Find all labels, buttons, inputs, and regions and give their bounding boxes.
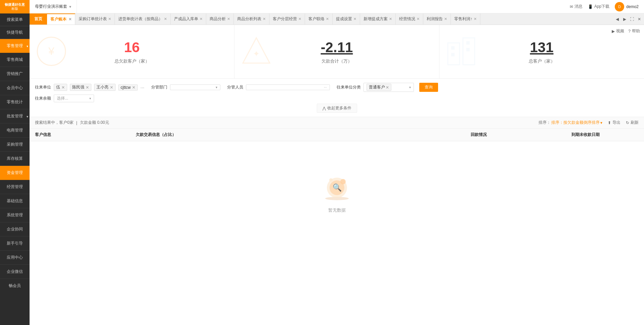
dept-select[interactable]: ▾ bbox=[170, 84, 220, 90]
sidebar-item-newbie[interactable]: 新手引导 bbox=[0, 237, 30, 251]
stat-label-overdue-amount: 欠款合计（万） bbox=[321, 58, 352, 64]
sidebar-item-ecommerce[interactable]: 电商管理 bbox=[0, 123, 30, 138]
sidebar-item-basic-info[interactable]: 基础信息 bbox=[0, 194, 30, 208]
sidebar-item-retail-mgmt[interactable]: 零售管理 ▾ bbox=[0, 39, 30, 53]
tab-commission-settings[interactable]: 提成设置 ✕ bbox=[333, 13, 360, 25]
tab-product-inbound[interactable]: 产成品入库单 ✕ bbox=[171, 13, 206, 25]
sidebar: 搜索菜单 快捷导航 零售管理 ▾ 零售商城 营销推广 会员中心 零售统计 批发管… bbox=[0, 13, 30, 325]
person-filter-label: 分管人员 bbox=[227, 84, 243, 90]
result-text: 搜索结果中，客户0家 bbox=[35, 120, 74, 125]
tab-customer-ledger[interactable]: 客户账本 ✕ bbox=[47, 13, 75, 25]
filter-section: 往来单位 伍 ✕ 陈民强 ✕ 王小亮 ✕ cjttcw bbox=[30, 79, 644, 117]
col-header-repayment: 回款情况 bbox=[471, 132, 571, 138]
sidebar-item-system[interactable]: 系统管理 bbox=[0, 208, 30, 222]
balance-select[interactable]: 选择... ▾ bbox=[54, 95, 94, 102]
tab-home[interactable]: 首页 bbox=[30, 13, 47, 25]
sidebar-item-inventory[interactable]: 库存核算 bbox=[0, 152, 30, 166]
page-content: ▶ 视频 ? 帮助 ¥ 16 bbox=[30, 25, 644, 325]
sidebar-quick-nav[interactable]: 快捷导航 bbox=[0, 26, 30, 39]
video-help-btn[interactable]: ▶ 视频 bbox=[612, 28, 624, 34]
result-bar: 搜索结果中，客户0家 | 欠款金额 0.00元 排序： 排序：按欠款金额倒序排序… bbox=[30, 117, 644, 129]
col-header-overdue-info: 欠款交易信息（占比） bbox=[136, 132, 471, 138]
user-avatar[interactable]: D demo2 bbox=[615, 2, 639, 11]
table-header: 客户信息 欠款交易信息（占比） 回款情况 到期未收款日期 bbox=[30, 129, 644, 141]
sidebar-item-enterprise[interactable]: 企业协同 bbox=[0, 222, 30, 237]
svg-text:🔍: 🔍 bbox=[332, 183, 342, 192]
empty-state: 🔍 暂无数据 bbox=[30, 141, 644, 247]
sidebar-item-membership[interactable]: 会员中心 bbox=[0, 81, 30, 95]
tab-product-analysis[interactable]: 商品分析 ✕ bbox=[206, 13, 234, 25]
svg-point-15 bbox=[329, 178, 333, 182]
dept-filter-label: 分管部门 bbox=[151, 84, 167, 90]
sidebar-item-finance[interactable]: 资金管理 bbox=[0, 166, 30, 180]
tab-close-all-btn[interactable]: ✕ bbox=[636, 16, 643, 23]
messages-btn[interactable]: ✉ 消息 bbox=[570, 4, 583, 9]
tab-retail-profit[interactable]: 零售利润↑ ✕ bbox=[451, 13, 480, 25]
tab-purchase-order[interactable]: 采购订单统计表 ✕ bbox=[75, 13, 115, 25]
stat-label-total-customers: 总客户（家） bbox=[529, 58, 555, 64]
tab-operations[interactable]: 经营情况 ✕ bbox=[396, 13, 423, 25]
logo: 畅捷通好生意 标版 bbox=[0, 0, 30, 13]
help-btn[interactable]: ? 帮助 bbox=[628, 28, 640, 34]
col-header-due-date: 到期未收款日期 bbox=[571, 132, 639, 138]
col-header-customer: 客户信息 bbox=[35, 132, 136, 138]
tab-maximize-btn[interactable]: ⛶ bbox=[629, 16, 635, 23]
category-filter-label: 往来单位分类 bbox=[337, 84, 361, 90]
org-selector[interactable]: 母婴行业演示账套 ▾ bbox=[30, 0, 77, 13]
app-download-btn[interactable]: 📱 App下载 bbox=[588, 4, 609, 9]
stat-block-overdue-amount: ✦ -2.11 欠款合计（万） bbox=[234, 25, 439, 78]
tab-customer-layer[interactable]: 客户分层经营 ✕ bbox=[269, 13, 305, 25]
amount-text: 欠款金额 0.00元 bbox=[80, 120, 109, 125]
unit-tag-wang[interactable]: 王小亮 ✕ bbox=[94, 84, 116, 91]
sidebar-item-procurement[interactable]: 采购管理 bbox=[0, 138, 30, 152]
svg-text:✦: ✦ bbox=[253, 49, 260, 58]
balance-filter-label: 往来余额 bbox=[35, 96, 51, 101]
refresh-btn[interactable]: ↻ 刷新 bbox=[626, 120, 639, 125]
tab-purchase-stats[interactable]: 进货单统计表（按商品） ✕ bbox=[115, 13, 171, 25]
sidebar-item-appstore[interactable]: 应用中心 bbox=[0, 251, 30, 265]
stat-value-overdue-amount: -2.11 bbox=[321, 39, 353, 56]
tab-product-list[interactable]: 商品分析列表 ✕ bbox=[234, 13, 269, 25]
unit-more-dots[interactable]: ··· bbox=[140, 85, 144, 90]
unit-filter-label: 往来单位 bbox=[35, 84, 51, 90]
tab-prev-btn[interactable]: ◀ bbox=[614, 16, 620, 23]
stat-block-overdue-customers: ¥ 16 总欠款客户（家） bbox=[30, 25, 234, 78]
sidebar-item-retail-mall[interactable]: 零售商城 bbox=[0, 53, 30, 67]
tab-next-btn[interactable]: ▶ bbox=[621, 16, 628, 23]
sidebar-item-wholesale-mgmt[interactable]: 批发管理 ▾ bbox=[0, 109, 30, 123]
collapse-filters-btn[interactable]: ⋀ 收起更多条件 bbox=[317, 104, 357, 113]
export-btn[interactable]: ⬆ 导出 bbox=[608, 120, 620, 125]
query-button[interactable]: 查询 bbox=[419, 83, 438, 92]
person-select[interactable]: ··· bbox=[246, 84, 330, 90]
unit-tag-cjttcw[interactable]: cjttcw ✕ bbox=[118, 84, 138, 91]
sidebar-item-marketing[interactable]: 营销推广 bbox=[0, 67, 30, 81]
stat-value-overdue-customers: 16 bbox=[124, 39, 140, 56]
sidebar-search[interactable]: 搜索菜单 bbox=[0, 13, 30, 26]
svg-rect-7 bbox=[451, 53, 455, 56]
stat-label-overdue-customers: 总欠款客户（家） bbox=[115, 58, 149, 64]
sidebar-item-member[interactable]: 畅会员 bbox=[0, 279, 30, 293]
sidebar-item-retail-stats[interactable]: 零售统计 bbox=[0, 95, 30, 109]
stat-value-total-customers: 131 bbox=[530, 39, 553, 56]
sidebar-item-operations[interactable]: 经营管理 bbox=[0, 180, 30, 194]
svg-rect-9 bbox=[466, 48, 470, 51]
stats-section: ▶ 视频 ? 帮助 ¥ 16 bbox=[30, 25, 644, 79]
tab-customer-contact[interactable]: 客户联络 ✕ bbox=[305, 13, 333, 25]
svg-point-14 bbox=[340, 179, 346, 184]
sidebar-item-wechat[interactable]: 企业微信 bbox=[0, 265, 30, 279]
unit-tag-wu[interactable]: 伍 ✕ bbox=[54, 84, 67, 91]
tab-bar: 首页 客户账本 ✕ 采购订单统计表 ✕ 进货单统计表（按商品） ✕ 产成品入库单… bbox=[30, 13, 644, 25]
sort-selector[interactable]: 排序： 排序：按欠款金额倒序排序 ▾ bbox=[539, 120, 602, 125]
svg-rect-6 bbox=[451, 46, 455, 49]
svg-text:¥: ¥ bbox=[48, 45, 54, 57]
empty-text: 暂无数据 bbox=[328, 207, 346, 213]
svg-rect-8 bbox=[466, 41, 470, 44]
category-select[interactable]: 普通客户 ✕ ▾ bbox=[363, 83, 414, 92]
tab-profit-report[interactable]: 利润报告 ✕ bbox=[423, 13, 451, 25]
tab-add-commission[interactable]: 新增提成方案 ✕ bbox=[360, 13, 396, 25]
unit-tag-chen[interactable]: 陈民强 ✕ bbox=[70, 84, 91, 91]
